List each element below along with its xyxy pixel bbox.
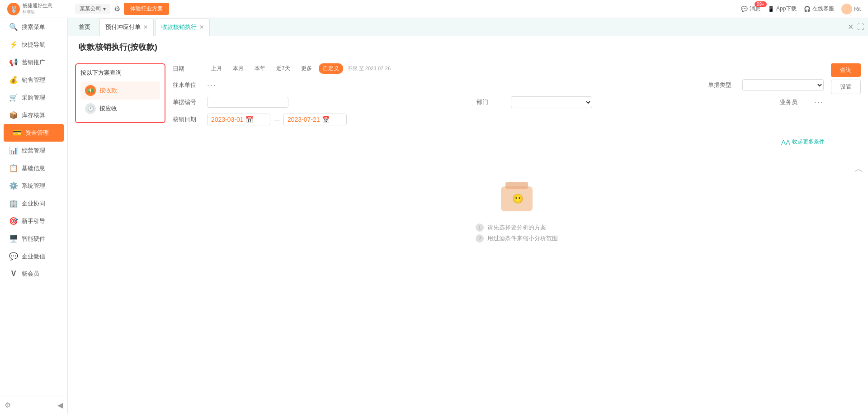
sidebar-item-collaboration[interactable]: 🏢 企业协同 <box>0 195 67 212</box>
tab-home[interactable]: 首页 <box>71 18 98 36</box>
empty-hints: 1 请先选择要分析的方案 2 用过滤条件来缩小分析范围 <box>476 224 558 243</box>
filter-option-by-receipt[interactable]: 💵 按收款 <box>80 81 160 100</box>
tab-writeoff-label: 收款核销执行 <box>161 23 197 31</box>
box-icon: 📦 <box>9 111 18 119</box>
gear-bottom-icon[interactable]: ⚙ <box>5 401 11 409</box>
top-bar-right: 💬 消息 99+ 📱 App下载 🎧 在线客服 Rit <box>741 4 861 14</box>
message-button[interactable]: 💬 消息 99+ <box>741 5 760 13</box>
writeoff-start-field[interactable]: 2023-03-01 📅 <box>207 114 270 125</box>
sidebar-bottom: ⚙ ◀ <box>0 396 67 414</box>
chevron-down-icon: ▾ <box>103 6 106 12</box>
orderno-label: 单据编号 <box>173 98 200 106</box>
content-area: 按以下方案查询 💵 按收款 🕐 按应收 日期 <box>68 56 868 414</box>
sidebar-item-marketing[interactable]: 📢 营销推广 <box>0 53 67 71</box>
sidebar-item-label: 企业协同 <box>22 200 45 208</box>
sidebar-item-label: 经营管理 <box>22 147 45 155</box>
sidebar-item-finance[interactable]: 💳 资金管理 <box>4 124 64 142</box>
svg-rect-1 <box>505 182 528 189</box>
sidebar-item-label: 智能硬件 <box>22 235 45 243</box>
tab-writeoff[interactable]: 收款核销执行 ✕ <box>156 18 210 36</box>
sidebar-item-label: 搜索菜单 <box>22 23 45 31</box>
tab-prepay-close[interactable]: ✕ <box>143 24 148 30</box>
writeoff-end-field[interactable]: 2023-07-21 📅 <box>283 114 347 125</box>
sidebar-item-operations[interactable]: 📊 经营管理 <box>0 142 67 159</box>
sidebar-item-label: 快捷导航 <box>22 41 45 49</box>
tab-bar-actions: ✕ ⛶ <box>848 23 864 31</box>
app-version: 标准版 <box>23 9 52 15</box>
empty-state: 😶 1 请先选择要分析的方案 2 用过滤条件来缩小分析范围 <box>173 146 861 270</box>
date-btn-more[interactable]: 更多 <box>297 63 316 74</box>
gear-icon[interactable]: ⚙ <box>114 5 120 13</box>
page-title: 收款核销执行(按收款) <box>79 42 857 52</box>
sidebar-item-label: 系统管理 <box>22 182 45 190</box>
sidebar-item-basic-info[interactable]: 📋 基础信息 <box>0 159 67 177</box>
writeoff-end-value: 2023-07-21 <box>288 116 320 123</box>
filter-layout: 按以下方案查询 💵 按收款 🕐 按应收 日期 <box>68 56 868 277</box>
solution-button[interactable]: 体验行业方案 <box>124 3 169 15</box>
tab-prepay[interactable]: 预付冲应付单 ✕ <box>99 18 154 36</box>
tab-writeoff-close[interactable]: ✕ <box>199 24 204 30</box>
dept-select[interactable] <box>511 96 592 108</box>
filter-left-panel: 按以下方案查询 💵 按收款 🕐 按应收 <box>75 63 165 123</box>
collapse-more-btn[interactable]: ⋀⋀ 收起更多条件 <box>781 138 825 146</box>
filter-row-partner: 往来单位 ··· 单据类型 <box>173 79 824 91</box>
sidebar-item-label: 企业微信 <box>22 252 45 261</box>
filter-right-panel: 日期 上月 本月 本年 近7天 更多 自定义 不限 至 2023-07-26 <box>173 63 861 270</box>
online-service-button[interactable]: 🎧 在线客服 <box>804 5 834 13</box>
sidebar-item-label: 畅会员 <box>22 270 39 278</box>
chart-icon: 📊 <box>9 146 18 155</box>
user-name: Rit <box>854 6 861 12</box>
collapse-sidebar-icon[interactable]: ◀ <box>57 401 63 409</box>
query-button[interactable]: 查询 <box>831 63 861 77</box>
filter-option-receivable-label: 按应收 <box>99 105 117 113</box>
settings-button[interactable]: 设置 <box>831 80 861 94</box>
sidebar-item-inventory[interactable]: 📦 库存核算 <box>0 106 67 124</box>
hint-num-1: 1 <box>476 224 484 232</box>
order-type-label: 单据类型 <box>708 81 735 89</box>
wechat-icon: 💬 <box>9 252 18 261</box>
flash-icon: ⚡ <box>9 40 18 49</box>
date-btn-custom[interactable]: 自定义 <box>319 63 343 74</box>
page-header: 收款核销执行(按收款) 📤 导出 ↻ 刷新 <box>68 36 868 56</box>
filter-option-receipt-label: 按收款 <box>99 86 117 95</box>
mobile-icon: 📱 <box>768 6 774 12</box>
app-download-button[interactable]: 📱 App下载 <box>768 5 797 13</box>
tab-bar: 首页 预付冲应付单 ✕ 收款核销执行 ✕ ✕ ⛶ <box>68 18 868 36</box>
sidebar-item-wechat[interactable]: 💬 企业微信 <box>0 247 67 265</box>
sidebar-item-sales[interactable]: 💰 销售管理 <box>0 71 67 89</box>
user-profile[interactable]: Rit <box>841 4 861 14</box>
sidebar-item-system[interactable]: ⚙️ 系统管理 <box>0 177 67 195</box>
order-type-select[interactable] <box>742 79 824 91</box>
hint-num-2: 2 <box>476 234 484 243</box>
clipboard-icon: 📋 <box>9 164 18 172</box>
sidebar-item-search[interactable]: 🔍 搜索菜单 <box>0 18 67 36</box>
dept-label: 部门 <box>476 98 504 106</box>
expand-tab-icon[interactable]: ⛶ <box>857 23 864 31</box>
top-bar: 🐰 畅捷通好生意 标准版 某某公司 ▾ ⚙ 体验行业方案 💬 消息 99+ 📱 … <box>0 0 868 18</box>
sidebar-item-label: 采购管理 <box>22 94 45 102</box>
sidebar-item-guide[interactable]: 🎯 新手引导 <box>0 212 67 230</box>
company-selector[interactable]: 某某公司 ▾ <box>75 4 110 14</box>
close-tab-icon[interactable]: ✕ <box>848 23 854 31</box>
calendar-start-icon[interactable]: 📅 <box>245 116 253 123</box>
date-btn-thisyear[interactable]: 本年 <box>250 63 269 74</box>
date-btn-thismonth[interactable]: 本月 <box>229 63 248 74</box>
sidebar-item-label: 库存核算 <box>22 111 45 119</box>
date-btn-lastmonth[interactable]: 上月 <box>207 63 226 74</box>
orderno-input[interactable] <box>207 97 288 108</box>
calendar-end-icon[interactable]: 📅 <box>322 116 330 123</box>
sidebar-item-member[interactable]: V 畅会员 <box>0 265 67 282</box>
sidebar-item-hardware[interactable]: 🖥️ 智能硬件 <box>0 230 67 247</box>
receipt-icon: 💵 <box>85 85 96 96</box>
date-btn-7days[interactable]: 近7天 <box>272 63 294 74</box>
staff-dots: ··· <box>814 98 824 107</box>
sidebar-item-purchase[interactable]: 🛒 采购管理 <box>0 89 67 106</box>
logo-text-block: 畅捷通好生意 标准版 <box>23 3 52 14</box>
filter-option-by-receivable[interactable]: 🕐 按应收 <box>80 100 160 118</box>
logo-area: 🐰 畅捷通好生意 标准版 <box>7 3 75 15</box>
sidebar-item-quicknav[interactable]: ⚡ 快捷导航 <box>0 36 67 53</box>
sidebar-item-label: 销售管理 <box>22 76 45 84</box>
partner-label: 往来单位 <box>173 81 200 89</box>
main-content: 首页 预付冲应付单 ✕ 收款核销执行 ✕ ✕ ⛶ 收款核销执行(按收款) 📤 导… <box>68 18 868 414</box>
avatar <box>841 4 852 14</box>
